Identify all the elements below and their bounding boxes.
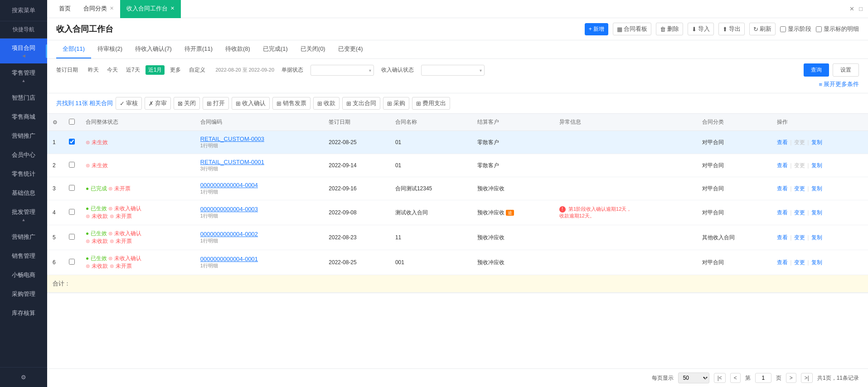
row-checkbox[interactable] — [69, 139, 75, 145]
tab-income-contract[interactable]: 收入合同工作台 ✕ — [120, 0, 181, 18]
edit-btn[interactable]: 变更 — [794, 209, 805, 216]
date-btn-custom[interactable]: 自定义 — [186, 65, 208, 75]
last-page-btn[interactable]: >| — [801, 373, 813, 383]
col-settings[interactable]: ⚙ — [47, 114, 63, 131]
copy-btn[interactable]: 复制 — [811, 234, 822, 241]
refresh-button[interactable]: ↻ 刷新 — [749, 23, 776, 35]
sidebar-quick-nav[interactable]: 快捷导航 — [0, 21, 47, 39]
show-detail-input[interactable] — [816, 26, 822, 32]
expand-filter-btn[interactable]: ≡ 展开更多条件 — [819, 80, 859, 88]
prev-page-btn[interactable]: < — [730, 373, 741, 383]
sidebar-item-marketing2[interactable]: 营销推广 — [0, 227, 47, 247]
tab-close-active-icon[interactable]: ✕ — [170, 5, 175, 11]
collect-button[interactable]: ⊞ 收款 — [313, 97, 339, 110]
view-btn[interactable]: 查看 — [777, 209, 788, 216]
edit-btn[interactable]: 变更 — [794, 234, 805, 241]
export-button[interactable]: ⬆ 导出 — [718, 23, 745, 35]
view-btn[interactable]: 查看 — [777, 162, 788, 169]
edit-btn[interactable]: 变更 — [794, 139, 805, 145]
per-page-select[interactable]: 50 20 100 — [678, 372, 709, 383]
check-cell[interactable] — [63, 200, 80, 225]
subtab-changed[interactable]: 已变更(4) — [332, 40, 369, 58]
tab-close-icon[interactable]: ✕ — [110, 5, 114, 11]
edit-btn[interactable]: 变更 — [794, 259, 805, 266]
contract-code-link[interactable]: RETAIL_CUSTOM-0001 — [200, 159, 264, 165]
subtab-pending-invoice[interactable]: 待开票(11) — [178, 40, 219, 58]
view-btn[interactable]: 查看 — [777, 139, 788, 145]
copy-btn[interactable]: 复制 — [811, 139, 822, 145]
row-checkbox[interactable] — [69, 259, 75, 265]
contract-code-link[interactable]: RETAIL_CUSTOM-0003 — [200, 135, 264, 142]
sidebar-item-retail-stats[interactable]: 零售统计 — [0, 164, 47, 184]
sidebar-item-sales-mgmt[interactable]: 销售管理 — [0, 247, 47, 266]
search-button[interactable]: 查询 — [804, 63, 829, 77]
contract-code-link[interactable]: 0000000000004-0003 — [200, 206, 258, 213]
show-detail-checkbox[interactable]: 显示标的明细 — [816, 25, 859, 33]
subtab-all[interactable]: 全部(11) — [56, 40, 91, 58]
sidebar-item-retail-mgmt[interactable]: 零售管理 ▲ — [0, 63, 47, 88]
contract-board-button[interactable]: ▦ 合同看板 — [613, 23, 651, 35]
income-confirm-select[interactable] — [421, 65, 485, 76]
date-btn-today[interactable]: 今天 — [104, 65, 121, 75]
view-btn[interactable]: 查看 — [777, 234, 788, 241]
edit-btn[interactable]: 变更 — [794, 162, 805, 169]
set-button[interactable]: 设置 — [833, 63, 859, 77]
sidebar-item-xiaochu[interactable]: 小畅电商 — [0, 266, 47, 285]
check-cell[interactable] — [63, 177, 80, 200]
doc-status-select[interactable] — [310, 65, 374, 76]
window-max-icon[interactable]: □ — [859, 5, 863, 12]
row-checkbox[interactable] — [69, 185, 75, 191]
copy-btn[interactable]: 复制 — [811, 259, 822, 266]
check-cell[interactable] — [63, 250, 80, 275]
row-checkbox[interactable] — [69, 234, 75, 240]
expense-button[interactable]: ⊞ 费用支出 — [412, 97, 450, 110]
tab-contract-category[interactable]: 合同分类 ✕ — [77, 0, 120, 18]
first-page-btn[interactable]: |< — [714, 373, 726, 383]
sidebar-item-project[interactable]: 项目合同 ◀ — [0, 39, 47, 63]
check-cell[interactable] — [63, 131, 80, 154]
edit-btn[interactable]: 变更 — [794, 185, 805, 192]
print-button[interactable]: ⊞ 打开 — [203, 97, 229, 110]
delete-button[interactable]: 🗑 删除 — [656, 23, 683, 35]
subtab-completed[interactable]: 已完成(1) — [257, 40, 294, 58]
subtab-pending-income[interactable]: 待收入确认(7) — [129, 40, 178, 58]
income-confirm-button[interactable]: ⊞ 收入确认 — [232, 97, 270, 110]
sidebar-item-retail-mall[interactable]: 零售商城 — [0, 107, 47, 126]
sidebar-item-smart-shop[interactable]: 智慧门店 — [0, 88, 47, 107]
sidebar-search[interactable]: 搜索菜单 — [0, 0, 47, 21]
import-button[interactable]: ⬇ 导入 — [688, 23, 714, 35]
close-contract-button[interactable]: ⊠ 关闭 — [174, 97, 200, 110]
sidebar-settings[interactable]: ⚙ — [0, 367, 47, 387]
sidebar-item-batch-mgmt[interactable]: 批发管理 ▲ — [0, 203, 47, 227]
subtab-pending-payment[interactable]: 待收款(8) — [219, 40, 257, 58]
sidebar-item-marketing[interactable]: 营销推广 — [0, 126, 47, 145]
new-button[interactable]: + 新增 — [585, 23, 608, 35]
sidebar-item-basic-info[interactable]: 基础信息 — [0, 184, 47, 203]
abandon-button[interactable]: ✗ 弃审 — [145, 97, 171, 110]
date-btn-last7[interactable]: 近7天 — [123, 65, 143, 75]
purchase-button[interactable]: ⊞ 采购 — [383, 97, 409, 110]
date-btn-more[interactable]: 更多 — [167, 65, 184, 75]
sidebar-item-purchase[interactable]: 采购管理 — [0, 285, 47, 304]
col-checkbox[interactable] — [63, 114, 80, 131]
window-close-icon[interactable]: ✕ — [849, 5, 854, 12]
date-btn-last1month[interactable]: 近1月 — [145, 65, 165, 75]
subtab-pending-review[interactable]: 待审核(2) — [91, 40, 129, 58]
check-cell[interactable] — [63, 225, 80, 250]
tab-home[interactable]: 首页 — [53, 0, 77, 18]
show-stages-checkbox[interactable]: 显示阶段 — [780, 25, 811, 33]
copy-btn[interactable]: 复制 — [811, 209, 822, 216]
page-input[interactable] — [755, 373, 771, 383]
view-btn[interactable]: 查看 — [777, 259, 788, 266]
next-page-btn[interactable]: > — [786, 373, 796, 383]
subtab-closed[interactable]: 已关闭(0) — [294, 40, 332, 58]
copy-btn[interactable]: 复制 — [811, 185, 822, 192]
select-all-checkbox[interactable] — [69, 119, 75, 125]
view-btn[interactable]: 查看 — [777, 185, 788, 192]
expense-out-button[interactable]: ⊞ 支出合同 — [342, 97, 380, 110]
audit-button[interactable]: ✓ 审核 — [116, 97, 142, 110]
show-stages-input[interactable] — [780, 26, 786, 32]
row-checkbox[interactable] — [69, 209, 75, 215]
sidebar-item-member[interactable]: 会员中心 — [0, 145, 47, 164]
sales-invoice-button[interactable]: ⊞ 销售发票 — [272, 97, 310, 110]
